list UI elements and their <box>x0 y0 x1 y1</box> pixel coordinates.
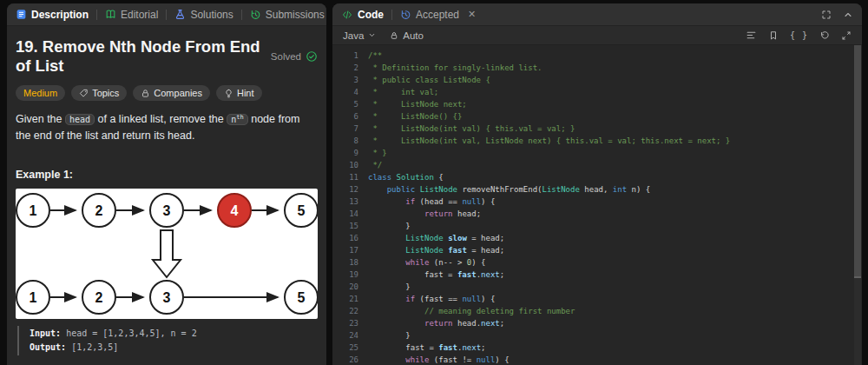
solved-check-icon <box>306 50 318 63</box>
tab-editorial[interactable]: Editorial <box>105 9 158 21</box>
code-text: return head; <box>368 208 481 220</box>
code-line[interactable]: 9 * } <box>332 147 862 159</box>
chevron-down-icon <box>368 31 376 39</box>
code-line[interactable]: 24 } <box>332 329 862 342</box>
code-line[interactable]: 26 while (fast != null) { <box>332 354 862 365</box>
solved-label: Solved <box>271 51 301 62</box>
code-line[interactable]: 18 while (n-- > 0) { <box>332 256 862 269</box>
code-text: * int val; <box>368 86 438 98</box>
tab-label: Editorial <box>121 9 158 21</box>
code-line[interactable]: 5 * ListNode next; <box>332 98 862 110</box>
format-lines-icon <box>746 30 757 41</box>
tab-code[interactable]: Code <box>341 9 384 21</box>
code-text: // meaning deleting first number <box>368 305 575 317</box>
code-line[interactable]: 10 */ <box>332 159 862 171</box>
companies-button[interactable]: Companies <box>133 85 210 101</box>
problem-description-body: 19. Remove Nth Node From End of List Sol… <box>7 37 326 365</box>
code-line[interactable]: 16 ListNode slow = head; <box>332 232 862 244</box>
code-text: while (n-- > 0) { <box>368 256 486 269</box>
node-value: 4 <box>231 203 239 218</box>
code-line[interactable]: 3 * public class ListNode { <box>332 74 862 86</box>
problem-meta-pills: Medium Topics Companies Hint <box>16 85 318 101</box>
fullscreen-icon <box>821 10 832 20</box>
line-number: 4 <box>332 86 358 98</box>
tab-label: Accepted <box>416 9 459 21</box>
pill-label: Hint <box>237 88 254 98</box>
autocomplete-toggle[interactable]: Auto <box>390 30 424 41</box>
code-text: while (fast != null) { <box>368 354 510 365</box>
code-text: } <box>368 220 411 232</box>
bookmark-button[interactable] <box>768 30 779 41</box>
language-selector[interactable]: Java <box>343 30 376 41</box>
difficulty-badge[interactable]: Medium <box>16 85 65 101</box>
tab-submissions[interactable]: Submissions <box>250 9 325 21</box>
line-number: 1 <box>332 50 358 62</box>
code-line[interactable]: 15 } <box>332 220 862 232</box>
node-value: 2 <box>95 290 103 305</box>
hint-button[interactable]: Hint <box>216 85 262 101</box>
line-number: 20 <box>332 281 358 293</box>
node-value: 5 <box>298 203 306 218</box>
reset-code-button[interactable] <box>819 30 830 41</box>
code-line[interactable]: 12 public ListNode removeNthFromEnd(List… <box>332 183 862 196</box>
expand-diagonal-icon <box>841 30 852 41</box>
example1-io: Input: head = [1,2,3,4,5], n = 2 Output:… <box>17 326 318 355</box>
line-number: 23 <box>332 317 358 329</box>
topics-button[interactable]: Topics <box>71 85 127 101</box>
code-line[interactable]: 19 fast = fast.next; <box>332 269 862 281</box>
code-line[interactable]: 1/** <box>332 50 862 62</box>
line-number: 16 <box>332 232 358 244</box>
code-line[interactable]: 21 if (fast == null) { <box>332 293 862 305</box>
line-number: 9 <box>332 147 358 159</box>
tab-accepted[interactable]: Accepted ✕ <box>400 9 476 21</box>
code-line[interactable]: 8 * ListNode(int val, ListNode next) { t… <box>332 135 862 147</box>
format-code-button[interactable] <box>746 30 757 41</box>
tab-divider <box>391 10 392 20</box>
code-text: * ListNode next; <box>368 98 467 110</box>
accepted-history-icon <box>400 9 411 20</box>
code-line[interactable]: 4 * int val; <box>332 86 862 98</box>
line-number: 22 <box>332 305 358 317</box>
reset-icon <box>819 30 830 41</box>
code-editor[interactable]: 1/**2 * Definition for singly-linked lis… <box>332 45 862 365</box>
collapse-panel-button[interactable] <box>843 10 853 20</box>
code-text: } <box>368 281 411 293</box>
code-line[interactable]: 13 if (head == null) { <box>332 196 862 208</box>
code-line[interactable]: 25 fast = fast.next; <box>332 342 862 354</box>
tab-solutions[interactable]: Solutions <box>174 9 233 21</box>
line-number: 2 <box>332 62 358 74</box>
line-number: 10 <box>332 159 358 171</box>
line-number: 11 <box>332 171 358 183</box>
solved-status: Solved <box>271 50 318 63</box>
problem-statement: Given the head of a linked list, remove … <box>16 111 318 145</box>
lock-icon <box>390 31 398 40</box>
code-line[interactable]: 2 * Definition for singly-linked list. <box>332 62 862 74</box>
line-number: 17 <box>332 244 358 256</box>
lightbulb-icon <box>224 89 233 98</box>
code-line[interactable]: 6 * ListNode() {} <box>332 110 862 123</box>
code-line[interactable]: 22 // meaning deleting first number <box>332 305 862 317</box>
code-line[interactable]: 17 ListNode fast = head; <box>332 244 862 256</box>
code-icon <box>341 10 353 20</box>
tab-description[interactable]: Description <box>16 9 89 21</box>
code-line[interactable]: 20 } <box>332 281 862 293</box>
input-label: Input: <box>30 328 61 338</box>
code-line[interactable]: 23 return head.next; <box>332 317 862 329</box>
node-value: 5 <box>298 290 306 305</box>
code-line[interactable]: 14 return head; <box>332 208 862 220</box>
braces-button[interactable]: { } <box>790 30 808 40</box>
editor-scrollbar-thumb[interactable] <box>854 45 861 278</box>
maximize-editor-button[interactable] <box>841 30 852 41</box>
line-number: 3 <box>332 74 358 86</box>
code-line[interactable]: 11class Solution { <box>332 171 862 183</box>
node-value: 1 <box>30 290 37 305</box>
line-number: 15 <box>332 220 358 232</box>
line-number: 18 <box>332 256 358 269</box>
code-line[interactable]: 7 * ListNode(int val) { this.val = val; … <box>332 123 862 135</box>
line-number: 12 <box>332 183 358 196</box>
close-tab-icon[interactable]: ✕ <box>468 9 476 20</box>
autocomplete-label: Auto <box>403 30 424 41</box>
right-panel-tab-bar: Code Accepted ✕ <box>332 3 862 26</box>
code-text: * Definition for singly-linked list. <box>368 62 542 74</box>
fullscreen-button[interactable] <box>821 10 832 20</box>
